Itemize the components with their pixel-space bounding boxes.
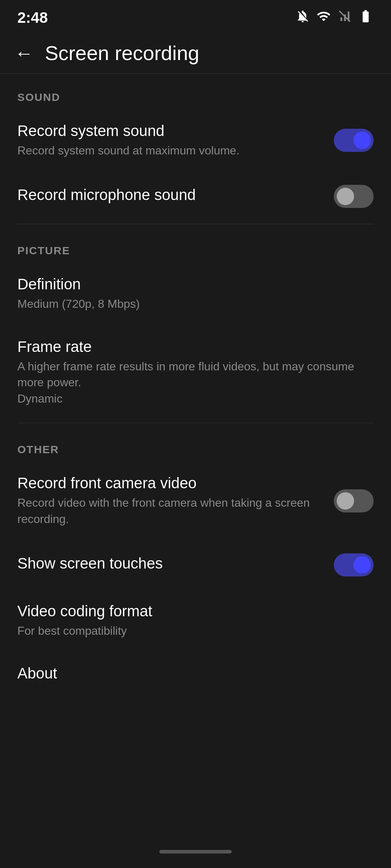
sound-picture-divider xyxy=(17,224,374,224)
other-section-header: OTHER xyxy=(0,426,391,461)
record-system-sound-subtitle: Record system sound at maximum volume. xyxy=(17,142,322,159)
frame-rate-subtitle: A higher frame rate results in more flui… xyxy=(17,358,362,407)
frame-rate-title: Frame rate xyxy=(17,338,362,356)
status-bar: 2:48 xyxy=(0,0,391,33)
show-screen-touches-text: Show screen touches xyxy=(17,555,334,575)
show-screen-touches-title: Show screen touches xyxy=(17,555,322,572)
battery-icon xyxy=(358,9,374,27)
record-system-sound-text: Record system sound Record system sound … xyxy=(17,122,334,159)
other-section: OTHER Record front camera video Record v… xyxy=(0,426,391,698)
about-item[interactable]: About xyxy=(0,652,391,698)
frame-rate-item[interactable]: Frame rate A higher frame rate results i… xyxy=(0,325,391,420)
video-coding-format-text: Video coding format For best compatibili… xyxy=(17,603,374,639)
sound-section: SOUND Record system sound Record system … xyxy=(0,74,391,221)
record-microphone-sound-item[interactable]: Record microphone sound xyxy=(0,172,391,221)
video-coding-format-item[interactable]: Video coding format For best compatibili… xyxy=(0,590,391,652)
definition-subtitle: Medium (720p, 8 Mbps) xyxy=(17,296,362,312)
picture-section: PICTURE Definition Medium (720p, 8 Mbps)… xyxy=(0,227,391,420)
signal-icon xyxy=(337,9,352,27)
definition-text: Definition Medium (720p, 8 Mbps) xyxy=(17,276,374,312)
toggle-thumb xyxy=(353,556,371,574)
show-screen-touches-toggle[interactable] xyxy=(334,553,374,576)
record-front-camera-title: Record front camera video xyxy=(17,475,322,492)
back-button[interactable]: ← xyxy=(14,44,33,63)
record-front-camera-text: Record front camera video Record video w… xyxy=(17,475,334,527)
definition-item[interactable]: Definition Medium (720p, 8 Mbps) xyxy=(0,263,391,325)
picture-section-header: PICTURE xyxy=(0,227,391,263)
toggle-thumb xyxy=(337,492,354,510)
frame-rate-text: Frame rate A higher frame rate results i… xyxy=(17,338,374,407)
toggle-thumb xyxy=(353,132,371,149)
wifi-icon xyxy=(316,9,332,27)
record-microphone-sound-text: Record microphone sound xyxy=(17,186,334,207)
page-header: ← Screen recording xyxy=(0,33,391,74)
video-coding-format-title: Video coding format xyxy=(17,603,362,620)
about-text: About xyxy=(17,665,374,685)
record-front-camera-subtitle: Record video with the front camera when … xyxy=(17,495,322,527)
record-microphone-sound-toggle[interactable] xyxy=(334,185,374,208)
record-system-sound-title: Record system sound xyxy=(17,122,322,140)
show-screen-touches-item[interactable]: Show screen touches xyxy=(0,540,391,590)
sound-section-header: SOUND xyxy=(0,74,391,109)
definition-title: Definition xyxy=(17,276,362,293)
bell-mute-icon xyxy=(295,9,310,27)
status-icons xyxy=(295,9,374,27)
picture-other-divider xyxy=(17,423,374,423)
record-front-camera-item[interactable]: Record front camera video Record video w… xyxy=(0,461,391,540)
about-title: About xyxy=(17,665,362,682)
nav-handle xyxy=(159,850,232,854)
toggle-thumb xyxy=(337,188,354,205)
video-coding-format-subtitle: For best compatibility xyxy=(17,623,362,639)
page-title: Screen recording xyxy=(45,41,199,65)
navigation-bar xyxy=(0,841,391,868)
record-system-sound-item[interactable]: Record system sound Record system sound … xyxy=(0,109,391,172)
record-microphone-sound-title: Record microphone sound xyxy=(17,186,322,204)
status-time: 2:48 xyxy=(17,9,48,26)
record-system-sound-toggle[interactable] xyxy=(334,129,374,152)
record-front-camera-toggle[interactable] xyxy=(334,489,374,512)
